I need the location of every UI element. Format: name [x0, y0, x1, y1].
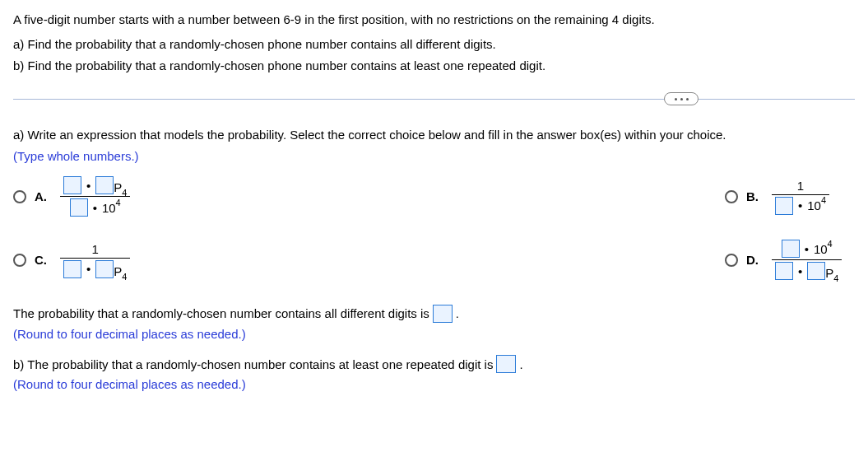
input-C-bot-left[interactable] — [63, 260, 81, 278]
section-divider — [13, 92, 855, 105]
answer-b-hint: (Round to four decimal places as needed.… — [13, 375, 855, 394]
ellipsis-icon — [680, 98, 683, 100]
answer-b-input[interactable] — [496, 355, 516, 373]
choice-C-label: C. — [35, 253, 47, 267]
dot: • — [798, 264, 802, 278]
ten-text: 10 — [102, 201, 116, 215]
radio-B[interactable] — [725, 190, 738, 203]
ten-exp: 4 — [828, 239, 833, 249]
choice-C[interactable]: C. 1 • P 4 — [13, 238, 420, 282]
radio-A[interactable] — [13, 190, 26, 203]
choice-C-fraction: 1 • P 4 — [60, 240, 130, 280]
choice-D-label: D. — [746, 253, 759, 267]
ellipsis-icon — [675, 98, 677, 100]
input-A-bot[interactable] — [70, 198, 88, 217]
answer-a-text: The probability that a randomly-chosen n… — [13, 303, 429, 324]
divider-line — [13, 99, 855, 100]
perm-P: P — [825, 266, 833, 280]
part-a-prompt: a) Find the probability that a randomly-… — [13, 35, 855, 54]
answer-b-line: b) The probability that a randomly-chose… — [13, 354, 855, 375]
ten-text: 10 — [814, 242, 828, 256]
choice-A[interactable]: A. • P 4 • 10 4 — [13, 175, 420, 218]
input-B-bot[interactable] — [775, 197, 793, 215]
one-text: 1 — [92, 242, 99, 256]
choice-B-label: B. — [746, 189, 759, 203]
dot: • — [86, 262, 91, 276]
choice-D-fraction: • 10 4 • P 4 — [772, 238, 842, 282]
choice-B-fraction: 1 • 10 4 — [772, 177, 829, 217]
perm-sub: 4 — [122, 272, 127, 282]
choice-A-fraction: • P 4 • 10 4 — [60, 175, 130, 218]
choice-grid: A. • P 4 • 10 4 — [13, 175, 852, 282]
answer-a-input[interactable] — [433, 305, 453, 323]
input-A-top-right[interactable] — [95, 176, 114, 194]
one-text: 1 — [797, 179, 804, 193]
type-hint: (Type whole numbers.) — [13, 147, 855, 166]
input-A-top-left[interactable] — [63, 176, 81, 194]
dot: • — [86, 179, 91, 193]
input-D-bot-left[interactable] — [775, 262, 793, 280]
input-C-bot-right[interactable] — [95, 260, 114, 278]
problem-intro: A five-digit number starts with a number… — [13, 10, 855, 30]
ellipsis-icon — [686, 98, 689, 100]
perm-P: P — [114, 180, 122, 194]
radio-C[interactable] — [13, 254, 26, 267]
choice-D[interactable]: D. • 10 4 • P 4 — [445, 238, 842, 282]
choice-A-label: A. — [35, 189, 47, 203]
answer-b-text: b) The probability that a randomly-chose… — [13, 354, 493, 375]
ten-exp: 4 — [821, 195, 826, 205]
dot: • — [805, 242, 809, 256]
dot: • — [798, 198, 802, 212]
answer-b-period: . — [519, 354, 522, 375]
radio-D[interactable] — [725, 254, 738, 267]
dot: • — [93, 201, 97, 215]
answer-a-line: The probability that a randomly-chosen n… — [13, 303, 855, 324]
expand-button[interactable] — [664, 92, 699, 105]
answer-a-period: . — [456, 303, 459, 324]
part-b-prompt: b) Find the probability that a randomly-… — [13, 56, 855, 76]
ten-text: 10 — [807, 198, 821, 212]
perm-sub: 4 — [833, 273, 838, 283]
input-D-bot-right[interactable] — [807, 262, 825, 280]
input-D-top[interactable] — [782, 240, 800, 258]
perm-P: P — [114, 264, 122, 278]
section-a-instruction: a) Write an expression that models the p… — [13, 125, 855, 145]
answer-a-hint: (Round to four decimal places as needed.… — [13, 324, 855, 344]
ten-exp: 4 — [116, 198, 121, 208]
perm-sub: 4 — [122, 188, 127, 198]
choice-B[interactable]: B. 1 • 10 4 — [445, 175, 829, 218]
